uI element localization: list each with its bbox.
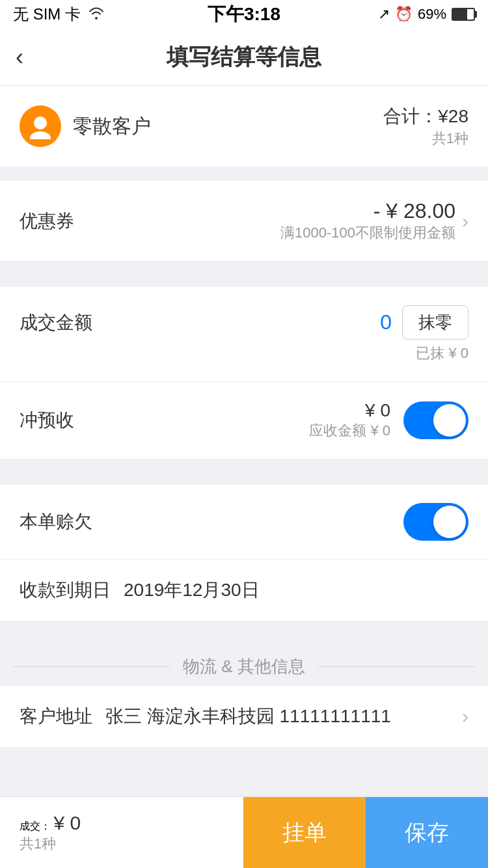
amount-right: 0 抹零 (380, 305, 468, 340)
customer-summary: 合计：¥28 共1种 (383, 104, 468, 148)
divider-4 (0, 634, 488, 647)
duedate-label: 收款到期日 (20, 578, 111, 603)
status-time: 下午3:18 (208, 2, 280, 27)
bottom-deal-row: 成交： ¥ 0 (20, 812, 224, 834)
customer-left: 零散客户 (20, 105, 151, 147)
debt-toggle[interactable] (403, 503, 468, 541)
amount-prepay-section: 成交金额 0 抹零 已抹 ¥ 0 冲预收 ¥ 0 应收金额 ¥ 0 (0, 287, 488, 459)
bottom-deal-amount: ¥ 0 (53, 812, 81, 834)
prepay-amount: ¥ 0 (309, 400, 390, 421)
customer-row: 零散客户 合计：¥28 共1种 (0, 86, 488, 167)
toggle-knob (433, 404, 466, 437)
address-value: 张三 海淀永丰科技园 11111111111 (92, 704, 462, 729)
status-left: 无 SIM 卡 (13, 4, 105, 25)
logistics-line-right (318, 666, 475, 667)
total-count: 共1种 (383, 129, 468, 148)
page-title: 填写结算等信息 (167, 42, 321, 72)
coupon-discount: - ¥ 28.00 (280, 199, 455, 223)
status-bar: 无 SIM 卡 下午3:18 ↗ ⏰ 69% (0, 0, 488, 29)
prepay-row: 冲预收 ¥ 0 应收金额 ¥ 0 (20, 400, 468, 441)
divider-2 (0, 274, 488, 287)
alarm-icon: ⏰ (395, 6, 413, 23)
amount-label: 成交金额 (20, 310, 92, 335)
debt-row: 本单赊欠 (0, 485, 488, 559)
prepay-sub: 应收金额 ¥ 0 (309, 421, 390, 441)
round-button[interactable]: 抹零 (402, 305, 468, 340)
prepay-toggle[interactable] (403, 401, 468, 439)
coupon-label: 优惠券 (20, 209, 74, 234)
coupon-row[interactable]: 优惠券 - ¥ 28.00 满1000-100不限制使用金额 › (0, 181, 488, 261)
wifi-icon (87, 5, 105, 23)
battery-icon (452, 8, 475, 21)
logistics-text: 物流 & 其他信息 (183, 655, 305, 678)
prepay-section: 冲预收 ¥ 0 应收金额 ¥ 0 (0, 381, 488, 459)
address-row[interactable]: 客户地址 张三 海淀永丰科技园 11111111111 › (0, 686, 488, 747)
coupon-right: - ¥ 28.00 满1000-100不限制使用金额 › (280, 199, 468, 243)
location-icon: ↗ (378, 6, 390, 23)
customer-name: 零散客户 (73, 113, 151, 140)
debt-label: 本单赊欠 (20, 509, 92, 534)
svg-point-1 (30, 131, 51, 139)
pending-button[interactable]: 挂单 (243, 797, 366, 869)
amount-sub-text: 已抹 ¥ 0 (20, 344, 468, 363)
carrier-text: 无 SIM 卡 (13, 4, 81, 25)
prepay-right: ¥ 0 应收金额 ¥ 0 (309, 400, 468, 441)
save-button[interactable]: 保存 (366, 797, 488, 869)
nav-bar: ‹ 填写结算等信息 (0, 29, 488, 86)
battery-text: 69% (418, 6, 446, 23)
back-button[interactable]: ‹ (16, 44, 23, 71)
amount-section: 成交金额 0 抹零 已抹 ¥ 0 (0, 287, 488, 381)
duedate-value: 2019年12月30日 (124, 578, 260, 603)
coupon-chevron-icon: › (462, 210, 468, 232)
duedate-section: 收款到期日 2019年12月30日 (0, 559, 488, 621)
prepay-value-wrap: ¥ 0 应收金额 ¥ 0 (309, 400, 390, 441)
status-right: ↗ ⏰ 69% (378, 6, 475, 23)
bottom-deal-label: 成交： (20, 821, 51, 832)
svg-point-0 (34, 116, 47, 129)
amount-row: 成交金额 0 抹零 (20, 305, 468, 340)
coupon-value: - ¥ 28.00 满1000-100不限制使用金额 (280, 199, 455, 243)
duedate-row: 收款到期日 2019年12月30日 (20, 578, 468, 603)
divider-1 (0, 168, 488, 181)
logistics-line-left (13, 666, 170, 667)
logistics-header: 物流 & 其他信息 (0, 647, 488, 686)
content-area: 零散客户 合计：¥28 共1种 优惠券 - ¥ 28.00 满1000-100不… (0, 86, 488, 868)
address-chevron-icon: › (462, 705, 468, 727)
prepay-label: 冲预收 (20, 408, 74, 433)
coupon-description: 满1000-100不限制使用金额 (280, 223, 455, 243)
debt-duedate-section: 本单赊欠 收款到期日 2019年12月30日 (0, 485, 488, 621)
bottom-summary: 成交： ¥ 0 共1种 (0, 812, 243, 854)
bottom-count: 共1种 (20, 834, 224, 854)
bottom-bar: 成交： ¥ 0 共1种 挂单 保存 (0, 796, 488, 868)
divider-3 (0, 472, 488, 485)
total-amount: 合计：¥28 (383, 104, 468, 129)
address-label: 客户地址 (20, 704, 92, 729)
debt-toggle-knob (433, 506, 466, 538)
amount-value: 0 (380, 310, 392, 334)
avatar (20, 105, 61, 147)
